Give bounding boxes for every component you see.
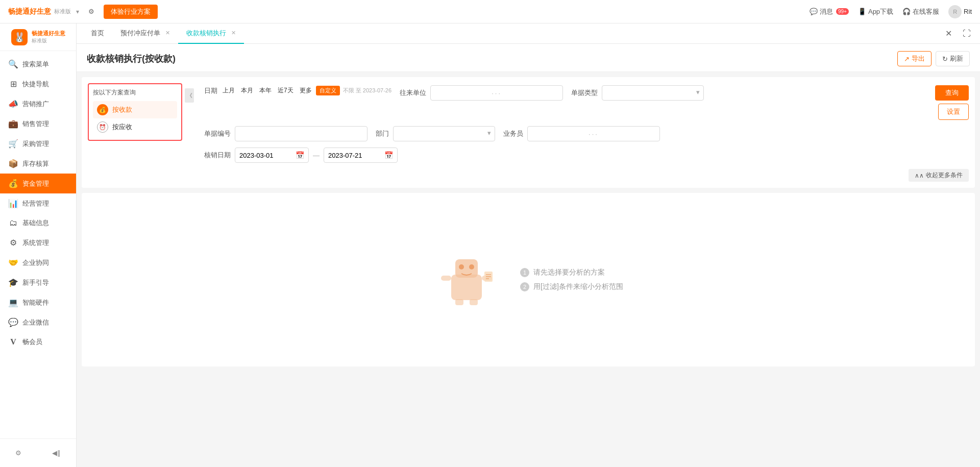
- trial-button[interactable]: 体验行业方案: [104, 5, 158, 19]
- tab-home[interactable]: 首页: [83, 23, 112, 44]
- setting-button[interactable]: 设置: [938, 104, 969, 120]
- refresh-button[interactable]: ↻ 刷新: [936, 51, 970, 66]
- query-actions: 查询 设置: [935, 85, 969, 120]
- basic-icon: 🗂: [8, 218, 18, 228]
- logo-sub: 标准版: [32, 37, 65, 44]
- staff-label: 业务员: [503, 129, 523, 138]
- top-bar-left: 畅捷通好生意 标准版 ▾ ⚙ 体验行业方案: [8, 5, 810, 19]
- doctype-select[interactable]: [602, 85, 704, 101]
- verify-date-end[interactable]: 2023-07-21 📅: [324, 148, 398, 163]
- sidebar-item-wechat[interactable]: 💬 企业微信: [0, 312, 76, 332]
- filter-row-2: 单据编号 部门 ▾: [204, 126, 969, 141]
- date-custom-tag[interactable]: 自定义: [316, 86, 340, 95]
- filter-collapse-btn[interactable]: 《: [185, 88, 194, 103]
- tab-close-all-btn[interactable]: ✕: [941, 27, 955, 41]
- department-select[interactable]: [393, 126, 495, 141]
- filter-option-receipt[interactable]: 💰 按收款: [93, 101, 177, 118]
- date-link-this-month[interactable]: 本月: [239, 85, 255, 96]
- date-link-last-month[interactable]: 上月: [220, 85, 237, 96]
- cal-icon-end: 📅: [384, 151, 393, 159]
- sidebar-item-operation[interactable]: 📊 经营管理: [0, 193, 76, 213]
- sidebar-settings-btn[interactable]: ⚙: [7, 445, 30, 461]
- logo-text-area: 畅捷通好生意 标准版: [32, 30, 65, 44]
- sidebar-item-system[interactable]: ⚙ 系统管理: [0, 233, 76, 253]
- verify-date-start[interactable]: 2023-03-01 📅: [235, 148, 309, 163]
- svg-point-3: [469, 264, 474, 269]
- tab-bar: 首页 预付冲应付单 ✕ 收款核销执行 ✕ ✕ ⛶: [77, 23, 980, 44]
- headset-icon: 🎧: [902, 8, 911, 15]
- filter-fields: 日期 上月 本月 本年 近7天 更多 自定义 不限 至 2023-07-26: [204, 85, 969, 184]
- tab-home-label: 首页: [91, 29, 104, 38]
- sidebar: 🐰 畅捷通好生意 标准版 🔍 搜索菜单 ⊞ 快捷导航 📣 营销推广 💼 销售管理: [0, 23, 77, 467]
- sidebar-label-basic: 基础信息: [22, 218, 49, 228]
- sidebar-label-search: 搜索菜单: [22, 60, 49, 69]
- doctype-field: 单据类型 ▾: [571, 85, 704, 101]
- empty-state-content: 1 请先选择要分析的方案 2 用[过滤]条件来缩小分析范围: [433, 247, 623, 313]
- member-icon: V: [8, 337, 18, 347]
- staff-input[interactable]: ···: [527, 126, 660, 141]
- app-download-btn[interactable]: 📱 App下载: [858, 7, 893, 16]
- message-icon: 💬: [810, 8, 818, 15]
- brand-dropdown-icon[interactable]: ▾: [76, 8, 79, 15]
- page-header: 收款核销执行(按收款) ↗ 导出 ↻ 刷新: [77, 44, 980, 72]
- collapse-more-row: ∧∧ 收起更多条件: [204, 167, 969, 184]
- page-title: 收款核销执行(按收款): [87, 53, 176, 65]
- sidebar-item-guide[interactable]: 🎓 新手引导: [0, 273, 76, 292]
- export-icon: ↗: [904, 55, 910, 63]
- date-link-more[interactable]: 更多: [298, 85, 314, 96]
- message-btn[interactable]: 💬 消息 99+: [810, 7, 849, 16]
- top-bar-right: 💬 消息 99+ 📱 App下载 🎧 在线客服 R Rit: [810, 5, 972, 18]
- gear-icon[interactable]: ⚙: [84, 5, 99, 19]
- date-link-7days[interactable]: 近7天: [276, 85, 296, 96]
- svg-rect-6: [455, 299, 463, 305]
- empty-tips: 1 请先选择要分析的方案 2 用[过滤]条件来缩小分析范围: [520, 268, 623, 291]
- sidebar-item-inventory[interactable]: 📦 库存核算: [0, 154, 76, 174]
- tab-fullscreen-btn[interactable]: ⛶: [960, 27, 974, 41]
- doctype-select-wrap: ▾: [602, 85, 704, 101]
- tab-collection-label: 收款核销执行: [186, 29, 226, 38]
- export-button[interactable]: ↗ 导出: [897, 51, 932, 66]
- sidebar-item-finance[interactable]: 💰 资金管理: [0, 174, 76, 193]
- sidebar-item-hardware[interactable]: 💻 智能硬件: [0, 292, 76, 312]
- filter-panel: 按以下方案查询 💰 按收款 ⏰ 按应收 《: [82, 77, 975, 188]
- query-button[interactable]: 查询: [935, 85, 969, 101]
- verify-date-label: 核销日期: [204, 151, 231, 160]
- sales-icon: 💼: [8, 119, 18, 129]
- collapse-more-btn[interactable]: ∧∧ 收起更多条件: [909, 169, 969, 182]
- robot-svg: [436, 249, 497, 310]
- tab-bar-actions: ✕ ⛶: [941, 27, 974, 41]
- sidebar-item-basic[interactable]: 🗂 基础信息: [0, 213, 76, 233]
- sidebar-item-member[interactable]: V 畅会员: [0, 332, 76, 352]
- docnumber-input[interactable]: [235, 126, 368, 141]
- inventory-icon: 📦: [8, 159, 18, 168]
- filter-option-receipt-label: 按收款: [112, 105, 132, 114]
- sidebar-label-marketing: 营销推广: [22, 100, 49, 109]
- mobile-icon: 📱: [858, 8, 866, 15]
- sidebar-item-cooperation[interactable]: 🤝 企业协同: [0, 253, 76, 273]
- sidebar-item-marketing[interactable]: 📣 营销推广: [0, 94, 76, 114]
- online-service-btn[interactable]: 🎧 在线客服: [902, 7, 939, 16]
- date-link-this-year[interactable]: 本年: [257, 85, 274, 96]
- empty-tip-2: 2 用[过滤]条件来缩小分析范围: [520, 282, 623, 291]
- sidebar-item-search[interactable]: 🔍 搜索菜单: [0, 54, 76, 74]
- sidebar-item-purchase[interactable]: 🛒 采购管理: [0, 134, 76, 154]
- top-bar: 畅捷通好生意 标准版 ▾ ⚙ 体验行业方案 💬 消息 99+ 📱 App下载 🎧…: [0, 0, 980, 23]
- sidebar-label-member: 畅会员: [22, 337, 42, 347]
- sidebar-collapse-btn[interactable]: ◀‖: [44, 445, 69, 461]
- tab-collection-close[interactable]: ✕: [231, 30, 236, 36]
- filter-option-receivable[interactable]: ⏰ 按应收: [93, 118, 177, 136]
- tab-prepay[interactable]: 预付冲应付单 ✕: [112, 23, 178, 44]
- search-icon: 🔍: [8, 59, 18, 69]
- filter-row-3: 核销日期 2023-03-01 📅 — 2023-07-21 📅: [204, 148, 969, 163]
- tab-collection[interactable]: 收款核销执行 ✕: [178, 23, 244, 44]
- user-area[interactable]: R Rit: [948, 5, 972, 18]
- sidebar-item-sales[interactable]: 💼 销售管理: [0, 114, 76, 134]
- tab-prepay-close[interactable]: ✕: [165, 30, 170, 36]
- cooperation-icon: 🤝: [8, 258, 18, 267]
- counterparty-input[interactable]: ···: [430, 85, 563, 101]
- sidebar-item-nav[interactable]: ⊞ 快捷导航: [0, 74, 76, 94]
- filter-sidebar: 按以下方案查询 💰 按收款 ⏰ 按应收: [88, 83, 182, 141]
- svg-point-2: [459, 264, 464, 269]
- purchase-icon: 🛒: [8, 139, 18, 149]
- main-body: 收款核销执行(按收款) ↗ 导出 ↻ 刷新 按以: [77, 44, 980, 467]
